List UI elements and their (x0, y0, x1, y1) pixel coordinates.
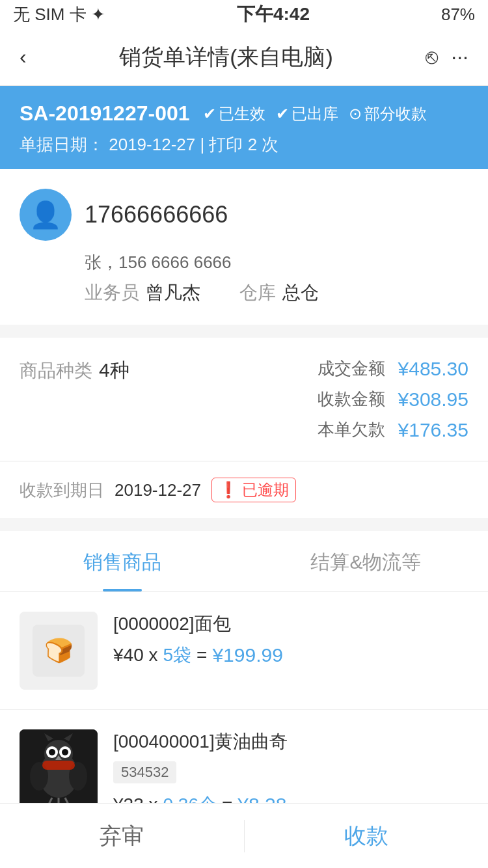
cancel-button[interactable]: 弃审 (0, 821, 244, 851)
check-icon-1: ✔ (203, 105, 216, 123)
salesperson-value: 曾凡杰 (146, 280, 200, 305)
stats-section: 商品种类 4种 成交金额 ¥485.30 收款金额 ¥308.95 本单欠款 ¥… (0, 338, 488, 461)
customer-section: 👤 17666666666 张，156 6666 6666 业务员 曾凡杰 仓库… (0, 169, 488, 325)
order-date: 单据日期： 2019-12-27 | 打印 2 次 (20, 133, 468, 156)
stats-left: 商品种类 4种 (20, 357, 129, 384)
debt-amount-row: 本单欠款 ¥176.35 (318, 418, 468, 441)
bottom-bar: 弃审 收款 (0, 803, 488, 868)
check-icon-2: ✔ (276, 105, 289, 123)
received-amount-value: ¥308.95 (398, 388, 468, 411)
product-item: 🍞 [0000002]面包 ¥40 x 5袋 = ¥199.99 (0, 592, 488, 710)
tabs: 销售商品 结算&物流等 (0, 531, 488, 592)
customer-avatar: 👤 (20, 189, 72, 241)
deal-amount-row: 成交金额 ¥485.30 (318, 357, 468, 380)
due-date-label: 收款到期日 (20, 479, 104, 502)
warehouse-row: 仓库 总仓 (239, 280, 319, 305)
customer-id: 17666666666 (85, 201, 228, 228)
warehouse-label: 仓库 (239, 280, 276, 305)
product-image-bread: 🍞 (20, 612, 98, 690)
product-types: 商品种类 4种 (20, 357, 129, 384)
status-left: 无 SIM 卡 ✦ (13, 3, 105, 26)
deal-amount-value: ¥485.30 (398, 358, 468, 380)
page-title: 销货单详情(来自电脑) (119, 42, 333, 72)
warning-icon: ❗ (219, 481, 238, 499)
more-icon[interactable]: ··· (451, 45, 468, 69)
overdue-text: 已逾期 (242, 480, 289, 500)
svg-text:🍞: 🍞 (44, 636, 74, 664)
status-out: ✔ 已出库 (276, 103, 338, 124)
svg-rect-14 (42, 761, 75, 770)
debt-amount-label: 本单欠款 (318, 418, 385, 441)
product-sku-cookie: 534532 (113, 761, 176, 783)
product-price-bread: ¥40 x 5袋 = ¥199.99 (113, 643, 468, 668)
confirm-button[interactable]: 收款 (245, 821, 489, 851)
clock-icon: ⊙ (349, 105, 362, 123)
product-types-count: 4种 (99, 357, 129, 384)
share-icon[interactable]: ⎋ (426, 45, 438, 69)
received-amount-label: 收款金额 (318, 388, 385, 411)
product-image-cookie (20, 729, 98, 807)
svg-point-7 (49, 749, 55, 755)
deal-amount-label: 成交金额 (318, 357, 385, 380)
customer-detail: 张，156 6666 6666 (85, 251, 468, 274)
battery-text: 87% (441, 5, 475, 25)
customer-row: 业务员 曾凡杰 仓库 总仓 (85, 280, 468, 305)
products-section: 🍞 [0000002]面包 ¥40 x 5袋 = ¥199.99 (0, 592, 488, 837)
avatar-icon: 👤 (29, 200, 62, 230)
product-info-bread: [0000002]面包 ¥40 x 5袋 = ¥199.99 (113, 612, 468, 668)
total-bread: ¥199.99 (212, 644, 282, 666)
product-types-label: 商品种类 (20, 359, 92, 383)
tab-settlement[interactable]: 结算&物流等 (244, 531, 488, 591)
status-right: 87% (441, 5, 475, 25)
status-badges: ✔ 已生效 ✔ 已出库 ⊙ 部分收款 (203, 103, 427, 124)
debt-amount-value: ¥176.35 (398, 419, 468, 441)
salesperson-label: 业务员 (85, 280, 139, 305)
svg-point-8 (62, 749, 68, 755)
back-icon[interactable]: ‹ (20, 45, 27, 69)
product-name-bread: [0000002]面包 (113, 612, 468, 636)
due-section: 收款到期日 2019-12-27 ❗ 已逾期 (0, 462, 488, 518)
due-date-value: 2019-12-27 (115, 480, 201, 500)
nav-bar: ‹ 销货单详情(来自电脑) ⎋ ··· (0, 29, 488, 86)
received-amount-row: 收款金额 ¥308.95 (318, 388, 468, 411)
order-number: SA-20191227-001 (20, 102, 190, 126)
price-text-bread: ¥40 x (113, 645, 158, 666)
nav-left: ‹ (20, 45, 27, 69)
tab-sales-products[interactable]: 销售商品 (0, 531, 244, 591)
quantity-bread: 5袋 (163, 643, 192, 668)
status-partial: ⊙ 部分收款 (349, 103, 427, 124)
order-header: SA-20191227-001 ✔ 已生效 ✔ 已出库 ⊙ 部分收款 单据日期：… (0, 86, 488, 169)
equals-bread: = (197, 645, 207, 666)
sim-text: 无 SIM 卡 ✦ (13, 3, 105, 26)
product-name-cookie: [000400001]黄油曲奇 (113, 729, 468, 754)
status-bar: 无 SIM 卡 ✦ 下午4:42 87% (0, 0, 488, 29)
overdue-badge: ❗ 已逾期 (211, 478, 296, 502)
status-time: 下午4:42 (237, 2, 310, 27)
stats-right: 成交金额 ¥485.30 收款金额 ¥308.95 本单欠款 ¥176.35 (318, 357, 468, 441)
warehouse-value: 总仓 (282, 280, 319, 305)
nav-right: ⎋ ··· (426, 45, 468, 69)
customer-info: 张，156 6666 6666 业务员 曾凡杰 仓库 总仓 (85, 251, 468, 305)
salesperson-row: 业务员 曾凡杰 (85, 280, 200, 305)
status-effected: ✔ 已生效 (203, 103, 265, 124)
